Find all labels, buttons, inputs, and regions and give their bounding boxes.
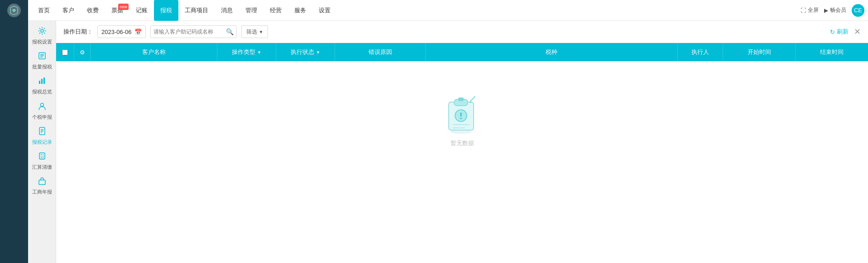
svg-rect-15 [39,153,45,159]
th-end: 结束时间 [796,43,868,61]
fullscreen-label: 全屏 [808,6,819,14]
search-box: 🔍 [150,25,237,38]
date-value: 2023-06-06 [101,29,132,35]
member-button[interactable]: ▶ 畅会员 [824,6,846,14]
nav-item-manage[interactable]: 管理 [239,0,264,21]
tax-settings-icon [38,26,47,38]
topnav-items: 首页客户收费票据new记账报税工商项目消息管理经营服务设置 [32,0,801,21]
member-label: 畅会员 [830,6,846,14]
app-logo[interactable] [0,0,28,21]
refresh-button[interactable]: ↻ 刷新 [830,28,849,36]
svg-rect-23 [39,180,45,185]
svg-point-1 [13,9,15,12]
calculate-label: 汇算清缴 [32,164,52,170]
tax-summary-icon [38,76,47,88]
nav-item-invoice[interactable]: 票据new [105,0,129,21]
svg-point-2 [41,29,43,32]
refresh-icon: ↻ [830,29,835,35]
gear-icon: ⚙ [80,49,85,56]
sub-sidebar-item-calculate[interactable]: 汇算清缴 [28,148,56,173]
sub-sidebar-item-tax-summary[interactable]: 报税总览 [28,73,56,97]
search-icon[interactable]: 🔍 [226,28,234,35]
svg-point-34 [450,130,472,134]
main-area: 首页客户收费票据new记账报税工商项目消息管理经营服务设置 ⛶ 全屏 ▶ 畅会员… [28,0,868,263]
nav-item-finance[interactable]: 经营 [264,0,288,21]
topnav-right: ⛶ 全屏 ▶ 畅会员 CE [801,4,864,17]
sort-icon-status: ▼ [316,50,321,55]
empty-text: 暂无数据 [451,139,474,147]
nav-item-message[interactable]: 消息 [215,0,239,21]
th-type[interactable]: 操作类型 ▼ [217,43,276,61]
refresh-label: 刷新 [837,28,849,36]
close-button[interactable]: ✕ [854,28,861,36]
th-executor: 执行人 [678,43,723,61]
sub-sidebar-item-annual-report[interactable]: 工商年报 [28,173,56,198]
th-reason: 错误原因 [335,43,426,61]
topnav: 首页客户收费票据new记账报税工商项目消息管理经营服务设置 ⛶ 全屏 ▶ 畅会员… [28,0,868,21]
sort-icon-type: ▼ [257,50,262,55]
table-container: ⚙ 客户名称 操作类型 ▼ 执行状态 ▼ 错误原因 [56,43,868,263]
member-icon: ▶ [824,7,828,14]
th-start: 开始时间 [723,43,796,61]
filter-label: 筛选 [246,28,257,36]
th-name: 客户名称 [91,43,217,61]
date-label: 操作日期： [63,28,93,36]
nav-item-settings[interactable]: 设置 [312,0,337,21]
empty-state: 暂无数据 [56,61,868,166]
calendar-icon: 📅 [134,29,142,35]
fullscreen-icon: ⛶ [801,7,806,14]
nav-item-business[interactable]: 工商项目 [178,0,215,21]
svg-rect-9 [43,78,45,84]
tax-summary-label: 报税总览 [32,89,52,95]
tax-records-label: 报税记录 [32,139,52,145]
content: 报税设置批量报税报税总览个税申报报税记录汇算清缴工商年报 操作日期： 2023-… [28,21,868,263]
nav-item-bookkeeping[interactable]: 记账 [129,0,154,21]
sidebar [0,0,28,263]
sub-sidebar: 报税设置批量报税报税总览个税申报报税记录汇算清缴工商年报 [28,21,56,263]
nav-item-home[interactable]: 首页 [32,0,56,21]
table-header: ⚙ 客户名称 操作类型 ▼ 执行状态 ▼ 错误原因 [56,43,868,61]
svg-point-10 [40,103,43,106]
personal-tax-icon [38,102,47,113]
page-area: 操作日期： 2023-06-06 📅 🔍 筛选 ▼ ↻ 刷新 [56,21,868,263]
annual-report-label: 工商年报 [32,189,52,195]
avatar[interactable]: CE [852,4,864,17]
search-input[interactable] [153,29,226,35]
nav-item-tax[interactable]: 报税 [154,0,178,21]
tax-settings-label: 报税设置 [32,39,52,45]
batch-tax-label: 批量报税 [32,64,52,70]
avatar-initials: CE [854,7,862,14]
svg-point-29 [460,117,462,119]
select-all-checkbox[interactable] [62,49,68,55]
empty-illustration [440,88,485,134]
toolbar-right: ↻ 刷新 ✕ [830,28,861,36]
chevron-down-icon: ▼ [259,29,264,34]
svg-line-30 [470,97,475,101]
nav-item-customer[interactable]: 客户 [56,0,81,21]
toolbar: 操作日期： 2023-06-06 📅 🔍 筛选 ▼ ↻ 刷新 [56,21,868,43]
date-input[interactable]: 2023-06-06 📅 [97,25,146,38]
sub-sidebar-item-batch-tax[interactable]: 批量报税 [28,48,56,73]
batch-tax-icon [38,51,47,63]
fullscreen-button[interactable]: ⛶ 全屏 [801,6,819,14]
nav-item-billing[interactable]: 收费 [81,0,105,21]
svg-rect-7 [39,81,40,84]
svg-rect-8 [41,79,43,84]
th-tax: 税种 [426,43,678,61]
filter-button[interactable]: 筛选 ▼ [241,25,269,38]
nav-item-service[interactable]: 服务 [288,0,312,21]
th-checkbox[interactable] [56,43,74,61]
sub-sidebar-item-tax-settings[interactable]: 报税设置 [28,23,56,48]
tax-records-icon [38,127,47,138]
personal-tax-label: 个税申报 [32,114,52,120]
svg-rect-28 [460,112,462,117]
calculate-icon [38,151,47,163]
th-status[interactable]: 执行状态 ▼ [276,43,335,61]
sub-sidebar-item-tax-records[interactable]: 报税记录 [28,123,56,148]
th-gear[interactable]: ⚙ [74,43,91,61]
svg-rect-26 [458,97,464,101]
sub-sidebar-item-personal-tax[interactable]: 个税申报 [28,98,56,123]
annual-report-icon [38,176,47,188]
